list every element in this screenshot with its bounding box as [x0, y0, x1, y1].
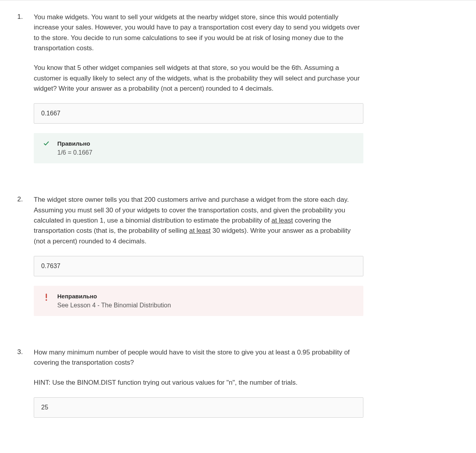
- exclamation-icon: [42, 293, 50, 301]
- question-number: 1.: [17, 12, 34, 21]
- question-body: You make widgets. You want to sell your …: [34, 12, 363, 163]
- question-text: How many minimum number of people would …: [34, 347, 363, 388]
- feedback-title: Неправильно: [57, 293, 355, 300]
- question-paragraph: You know that 5 other widget companies s…: [34, 63, 363, 94]
- question-body: How many minimum number of people would …: [34, 347, 363, 418]
- question-number: 2.: [17, 195, 34, 203]
- feedback-text: See Lesson 4 - The Binomial Distribution: [57, 302, 355, 309]
- question-paragraph: You make widgets. You want to sell your …: [34, 12, 363, 53]
- question-paragraph: HINT: Use the BINOM.DIST function trying…: [34, 378, 363, 388]
- feedback-incorrect: Неправильно See Lesson 4 - The Binomial …: [34, 286, 363, 316]
- question-block-1: 1. You make widgets. You want to sell yo…: [17, 12, 459, 163]
- question-block-3: 3. How many minimum number of people wou…: [17, 347, 459, 418]
- feedback-correct: Правильно 1/6 = 0.1667: [34, 133, 363, 163]
- question-block-2: 2. The widget store owner tells you that…: [17, 195, 459, 316]
- question-body: The widget store owner tells you that 20…: [34, 195, 363, 316]
- answer-input[interactable]: 25: [34, 397, 363, 418]
- feedback-text: 1/6 = 0.1667: [57, 149, 355, 156]
- feedback-content: Неправильно See Lesson 4 - The Binomial …: [57, 293, 355, 309]
- feedback-title: Правильно: [57, 140, 355, 147]
- svg-point-1: [46, 300, 47, 301]
- answer-input[interactable]: 0.7637: [34, 256, 363, 276]
- answer-input[interactable]: 0.1667: [34, 103, 363, 124]
- question-paragraph: The widget store owner tells you that 20…: [34, 195, 363, 247]
- feedback-content: Правильно 1/6 = 0.1667: [57, 140, 355, 156]
- svg-rect-0: [46, 294, 47, 298]
- question-number: 3.: [17, 347, 34, 356]
- quiz-container: 1. You make widgets. You want to sell yo…: [0, 0, 476, 418]
- question-text: You make widgets. You want to sell your …: [34, 12, 363, 94]
- question-paragraph: How many minimum number of people would …: [34, 347, 363, 368]
- question-text: The widget store owner tells you that 20…: [34, 195, 363, 247]
- check-icon: [42, 140, 50, 147]
